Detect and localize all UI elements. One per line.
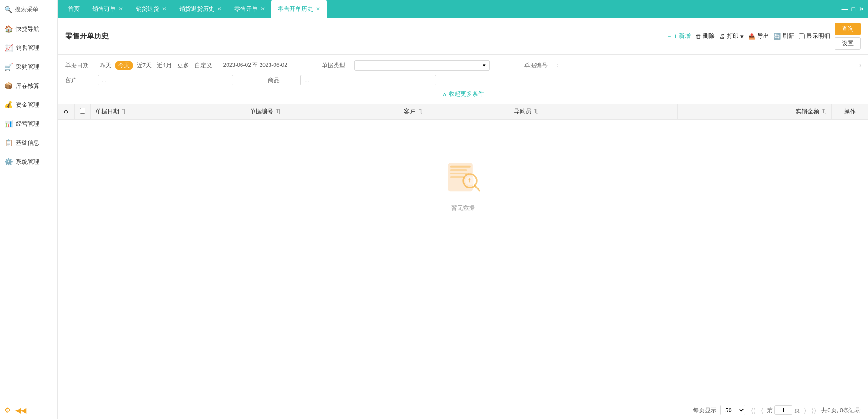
sort-amount-icon: ⇅ bbox=[822, 108, 827, 115]
tab-sales-return-history[interactable]: 销货退货历史 ✕ bbox=[173, 0, 228, 18]
sidebar-item-label: 资金管理 bbox=[16, 101, 39, 109]
inventory-icon: 📦 bbox=[5, 82, 13, 90]
query-button[interactable]: 查询 bbox=[835, 23, 861, 35]
svg-point-6 bbox=[465, 176, 474, 185]
maximize-button[interactable]: □ bbox=[852, 5, 855, 13]
first-page-button[interactable]: ⟨⟨ bbox=[749, 406, 757, 415]
more-btn[interactable]: 更多 bbox=[175, 61, 191, 70]
tab-sales-return-close[interactable]: ✕ bbox=[162, 6, 166, 12]
sidebar-gear-button[interactable]: ⚙ bbox=[5, 406, 11, 414]
empty-state: 暂无数据 bbox=[58, 120, 868, 248]
sidebar-item-label: 系统管理 bbox=[16, 158, 39, 166]
sidebar-item-label: 快捷导航 bbox=[16, 25, 39, 33]
product-input[interactable]: ... bbox=[300, 75, 436, 85]
next-page-button[interactable]: ⟩ bbox=[802, 406, 808, 415]
th-amount[interactable]: 实销金额 ⇅ bbox=[677, 104, 831, 120]
sidebar-item-basic-info[interactable]: 📋 基础信息 bbox=[0, 133, 57, 152]
collapse-more-btn[interactable]: ∧ 收起更多条件 bbox=[65, 90, 861, 98]
today-btn[interactable]: 今天 bbox=[115, 61, 133, 70]
tab-home[interactable]: 首页 bbox=[62, 0, 86, 18]
yesterday-btn[interactable]: 昨天 bbox=[98, 61, 113, 70]
sidebar-item-operations[interactable]: 📊 经营管理 bbox=[0, 114, 57, 133]
date-shortcuts: 昨天 今天 近7天 近1月 更多 自定义 bbox=[98, 61, 214, 70]
sidebar-item-purchase-mgmt[interactable]: 🛒 采购管理 bbox=[0, 57, 57, 76]
tab-sales-order[interactable]: 销售订单 ✕ bbox=[86, 0, 129, 18]
export-icon: 📤 bbox=[748, 33, 755, 40]
select-all-checkbox[interactable] bbox=[80, 108, 85, 114]
sort-customer-icon: ⇅ bbox=[418, 108, 423, 115]
page-title: 零售开单历史 bbox=[65, 32, 109, 41]
filter-row-1: 单据日期 昨天 今天 近7天 近1月 更多 自定义 2023-06-02 至 2… bbox=[65, 60, 861, 71]
sidebar-item-label: 采购管理 bbox=[16, 63, 39, 71]
sidebar: 🔍 搜索采单 🏠 快捷导航 📈 销售管理 🛒 采购管理 📦 库存核算 💰 资金管… bbox=[0, 0, 58, 419]
settings-button[interactable]: 设置 bbox=[835, 37, 861, 50]
custom-btn[interactable]: 自定义 bbox=[193, 61, 214, 70]
tab-sales-return[interactable]: 销货退货 ✕ bbox=[129, 0, 173, 18]
delete-icon: 🗑 bbox=[695, 33, 701, 40]
sidebar-item-sales-mgmt[interactable]: 📈 销售管理 bbox=[0, 38, 57, 57]
close-button[interactable]: ✕ bbox=[859, 5, 864, 13]
add-button[interactable]: ＋ + 新增 bbox=[666, 32, 691, 40]
tab-retail-open[interactable]: 零售开单 ✕ bbox=[228, 0, 271, 18]
pagination-nav: ⟨⟨ ⟨ 第 页 ⟩ ⟩⟩ bbox=[749, 405, 818, 415]
th-no[interactable]: 单据编号 ⇅ bbox=[245, 104, 399, 120]
prev-page-button[interactable]: ⟨ bbox=[759, 406, 765, 415]
order-type-dropdown-icon: ▾ bbox=[483, 62, 486, 69]
th-customer[interactable]: 客户 ⇅ bbox=[399, 104, 509, 120]
data-table: ⚙ 单据日期 ⇅ 单据编号 ⇅ 客户 ⇅ bbox=[58, 104, 868, 120]
th-salesperson-label: 导购员 bbox=[514, 108, 531, 115]
page-label-before: 第 bbox=[767, 406, 773, 414]
th-salesperson[interactable]: 导购员 ⇅ bbox=[509, 104, 641, 120]
th-spacer bbox=[641, 104, 677, 120]
basic-info-icon: 📋 bbox=[5, 139, 13, 147]
filter-row-2: 客户 ... 商品 ... bbox=[65, 75, 861, 85]
display-detail-checkbox[interactable] bbox=[799, 33, 805, 39]
svg-rect-4 bbox=[450, 176, 464, 178]
tab-retail-history[interactable]: 零售开单历史 ✕ bbox=[271, 0, 327, 18]
last7-btn[interactable]: 近7天 bbox=[135, 61, 153, 70]
th-no-label: 单据编号 bbox=[250, 108, 273, 115]
tab-retail-open-close[interactable]: ✕ bbox=[261, 6, 265, 12]
th-date[interactable]: 单据日期 ⇅ bbox=[90, 104, 245, 120]
sidebar-item-label: 基础信息 bbox=[16, 139, 39, 147]
sidebar-item-finance[interactable]: 💰 资金管理 bbox=[0, 95, 57, 114]
sidebar-collapse-button[interactable]: ◀◀ bbox=[15, 406, 26, 414]
sidebar-item-label: 库存核算 bbox=[16, 82, 39, 90]
svg-rect-2 bbox=[450, 169, 467, 171]
tab-sales-order-close[interactable]: ✕ bbox=[119, 6, 123, 12]
export-button[interactable]: 📤 导出 bbox=[748, 32, 769, 40]
sort-salesperson-icon: ⇅ bbox=[534, 108, 539, 115]
per-page-select[interactable]: 50 10 20 100 bbox=[720, 405, 745, 415]
minimize-button[interactable]: — bbox=[842, 5, 848, 13]
page-number-input[interactable] bbox=[774, 405, 792, 415]
tab-sales-return-history-close[interactable]: ✕ bbox=[217, 6, 222, 12]
window-controls: — □ ✕ bbox=[842, 5, 864, 13]
system-icon: ⚙️ bbox=[5, 158, 13, 166]
page-header: 零售开单历史 ＋ + 新增 🗑 删除 🖨 打印 ▾ 📤 导出 bbox=[58, 18, 868, 55]
sidebar-search-label: 搜索采单 bbox=[15, 5, 38, 14]
order-no-input[interactable] bbox=[557, 64, 861, 67]
last-month-btn[interactable]: 近1月 bbox=[155, 61, 174, 70]
product-placeholder: ... bbox=[304, 77, 309, 84]
delete-button[interactable]: 🗑 删除 bbox=[695, 32, 715, 40]
pagination-bar: 每页显示 50 10 20 100 ⟨⟨ ⟨ 第 页 ⟩ ⟩⟩ 共0页, 0条记… bbox=[58, 401, 868, 419]
refresh-button[interactable]: 🔄 刷新 bbox=[773, 32, 794, 40]
th-date-label: 单据日期 bbox=[95, 108, 119, 115]
last-page-button[interactable]: ⟩⟩ bbox=[810, 406, 818, 415]
display-detail-checkbox-label[interactable]: 显示明细 bbox=[799, 32, 830, 40]
th-settings[interactable]: ⚙ bbox=[58, 104, 74, 120]
refresh-icon: 🔄 bbox=[773, 33, 781, 40]
tab-retail-history-close[interactable]: ✕ bbox=[316, 6, 320, 12]
home-icon: 🏠 bbox=[5, 25, 13, 33]
order-type-select[interactable]: ▾ bbox=[354, 60, 490, 71]
empty-text: 暂无数据 bbox=[451, 204, 475, 212]
sidebar-item-inventory[interactable]: 📦 库存核算 bbox=[0, 76, 57, 95]
tab-bar: 首页 销售订单 ✕ 销货退货 ✕ 销货退货历史 ✕ 零售开单 ✕ 零售开单历史 … bbox=[58, 0, 868, 18]
sidebar-item-system[interactable]: ⚙️ 系统管理 bbox=[0, 152, 57, 171]
th-checkbox[interactable] bbox=[74, 104, 90, 120]
svg-line-7 bbox=[474, 186, 479, 191]
sidebar-item-quick-nav[interactable]: 🏠 快捷导航 bbox=[0, 19, 57, 38]
sidebar-search[interactable]: 🔍 搜索采单 bbox=[0, 0, 57, 19]
customer-input[interactable]: ... bbox=[98, 75, 233, 85]
print-button[interactable]: 🖨 打印 ▾ bbox=[719, 32, 744, 40]
